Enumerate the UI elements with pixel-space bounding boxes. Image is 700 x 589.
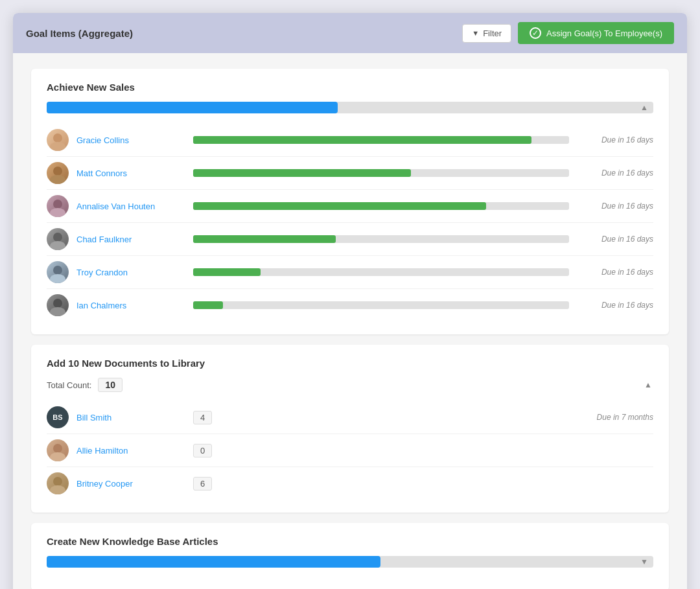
- employee-progress-bar: [193, 268, 569, 276]
- goal-title-knowledge-base: Create New Knowledge Base Articles: [47, 536, 653, 547]
- due-date: Due in 16 days: [582, 235, 653, 244]
- collapse-button-knowledge-base[interactable]: ▼: [639, 557, 649, 566]
- employee-progress-fill: [193, 136, 531, 144]
- progress-fill-achieve-new-sales: [47, 102, 338, 113]
- employee-name[interactable]: Matt Connors: [76, 168, 180, 178]
- table-row: Matt Connors Due in 16 days: [47, 157, 653, 190]
- svg-point-15: [50, 485, 65, 494]
- employee-count: 6: [193, 477, 212, 491]
- goal-section-knowledge-base: Create New Knowledge Base Articles ▼: [31, 523, 669, 589]
- table-row: Gracie Collins Due in 16 days: [47, 124, 653, 157]
- employee-progress-fill: [193, 169, 411, 177]
- svg-point-14: [53, 477, 62, 486]
- employee-progress-bar: [193, 136, 569, 144]
- svg-point-1: [50, 142, 65, 151]
- table-row: Ian Chalmers Due in 16 days: [47, 289, 653, 321]
- svg-point-5: [50, 208, 65, 217]
- employee-progress-bar: [193, 202, 569, 210]
- svg-point-13: [50, 452, 65, 461]
- table-row: Annalise Van Houten Due in 16 days: [47, 190, 653, 223]
- avatar: [47, 294, 69, 316]
- svg-point-3: [50, 175, 65, 184]
- svg-point-6: [53, 233, 62, 242]
- total-count-label: Total Count:: [47, 380, 91, 390]
- avatar: BS: [47, 406, 69, 428]
- total-count-badge: 10: [98, 378, 122, 392]
- due-date: Due in 16 days: [582, 268, 653, 277]
- filter-button[interactable]: ▼ Filter: [462, 24, 511, 43]
- assign-icon: ✓: [530, 27, 541, 39]
- employee-name[interactable]: Troy Crandon: [76, 268, 180, 277]
- overall-progress-bar-achieve-new-sales: ▲: [47, 102, 653, 113]
- employee-progress-fill: [193, 202, 486, 210]
- svg-point-9: [50, 274, 65, 283]
- due-date: Due in 16 days: [582, 202, 653, 211]
- avatar: [47, 228, 69, 250]
- employee-progress-fill: [193, 235, 336, 243]
- total-count-row: Total Count: 10 ▲: [47, 378, 653, 392]
- due-date: Due in 16 days: [582, 168, 653, 178]
- employee-progress-bar: [193, 169, 569, 177]
- app-window: Goal Items (Aggregate) ▼ Filter ✓ Assign…: [13, 13, 687, 589]
- header-actions: ▼ Filter ✓ Assign Goal(s) To Employee(s): [462, 22, 674, 44]
- table-row: Chad Faulkner Due in 16 days: [47, 223, 653, 256]
- table-row: BS Bill Smith 4 Due in 7 months: [47, 401, 653, 434]
- svg-point-7: [50, 241, 65, 250]
- employee-name[interactable]: Ian Chalmers: [76, 301, 180, 310]
- assign-goals-button[interactable]: ✓ Assign Goal(s) To Employee(s): [518, 22, 674, 44]
- svg-point-12: [53, 444, 62, 453]
- svg-point-2: [53, 167, 62, 176]
- avatar: [47, 129, 69, 151]
- svg-point-10: [53, 299, 62, 308]
- svg-point-4: [53, 200, 62, 209]
- goal-title-achieve-new-sales: Achieve New Sales: [47, 82, 653, 93]
- employee-progress-bar: [193, 235, 569, 243]
- employee-name[interactable]: Annalise Van Houten: [76, 202, 180, 211]
- due-date: Due in 16 days: [582, 301, 653, 310]
- employee-name[interactable]: Bill Smith: [76, 413, 180, 422]
- avatar: [47, 472, 69, 494]
- avatar: [47, 162, 69, 184]
- header: Goal Items (Aggregate) ▼ Filter ✓ Assign…: [13, 13, 687, 53]
- goal-title-add-documents: Add 10 New Documents to Library: [47, 358, 653, 369]
- employee-progress-fill: [193, 268, 261, 276]
- overall-progress-bar-knowledge-base: ▼: [47, 556, 653, 568]
- svg-point-0: [53, 133, 62, 143]
- employee-name[interactable]: Britney Cooper: [76, 479, 180, 489]
- page-title: Goal Items (Aggregate): [26, 28, 133, 39]
- goal-section-achieve-new-sales: Achieve New Sales ▲ Gracie Collins Due i…: [31, 69, 669, 334]
- employee-count: 4: [193, 411, 212, 424]
- collapse-button-achieve-new-sales[interactable]: ▲: [639, 103, 649, 112]
- avatar: [47, 439, 69, 461]
- avatar: [47, 261, 69, 283]
- due-date: Due in 16 days: [582, 135, 653, 144]
- table-row: Troy Crandon Due in 16 days: [47, 256, 653, 289]
- svg-point-8: [53, 266, 62, 275]
- avatar: [47, 195, 69, 217]
- employee-list-add-documents: BS Bill Smith 4 Due in 7 months Allie Ha…: [47, 401, 653, 500]
- employee-progress-bar: [193, 301, 569, 309]
- employee-name[interactable]: Allie Hamilton: [76, 446, 180, 456]
- employee-count: 0: [193, 444, 212, 457]
- collapse-button-add-documents[interactable]: ▲: [643, 380, 653, 389]
- table-row: Britney Cooper 6: [47, 467, 653, 500]
- svg-point-11: [50, 307, 65, 316]
- table-row: Allie Hamilton 0: [47, 434, 653, 467]
- employee-list-achieve-new-sales: Gracie Collins Due in 16 days Matt Conno…: [47, 124, 653, 321]
- due-date: Due in 7 months: [582, 413, 653, 422]
- goal-section-add-documents: Add 10 New Documents to Library Total Co…: [31, 345, 669, 513]
- content-area: Achieve New Sales ▲ Gracie Collins Due i…: [13, 53, 687, 589]
- employee-name[interactable]: Chad Faulkner: [76, 235, 180, 244]
- progress-fill-knowledge-base: [47, 556, 380, 568]
- filter-icon: ▼: [472, 29, 479, 37]
- employee-name[interactable]: Gracie Collins: [76, 135, 180, 145]
- employee-progress-fill: [193, 301, 223, 309]
